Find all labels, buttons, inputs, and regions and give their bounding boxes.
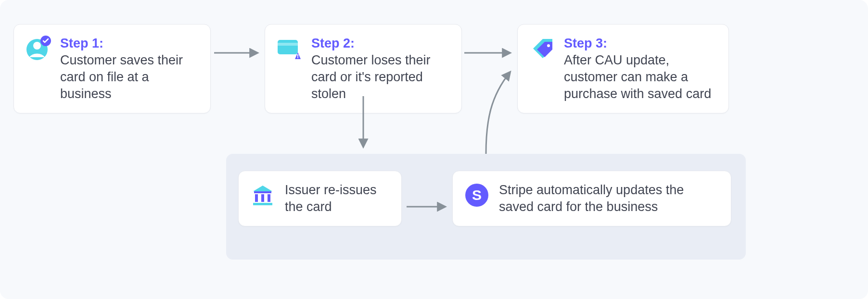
card-step-3-text: Step 3: After CAU update, customer can m… — [564, 35, 716, 102]
step-3-label: Step 3: — [564, 35, 716, 52]
svg-rect-10 — [261, 194, 264, 202]
svg-rect-9 — [255, 194, 258, 202]
svg-rect-8 — [254, 191, 271, 193]
card-step-3: Step 3: After CAU update, customer can m… — [517, 24, 729, 113]
svg-rect-11 — [268, 194, 270, 202]
purchase-tag-icon — [528, 35, 555, 62]
svg-rect-6 — [297, 57, 298, 58]
issuer-text: Issuer re-issues the card — [285, 182, 389, 215]
customer-saved-icon — [25, 35, 51, 62]
step-3-body: After CAU update, customer can make a pu… — [564, 53, 711, 101]
svg-rect-12 — [253, 203, 272, 205]
card-step-2-text: Step 2: Customer loses their card or it'… — [311, 35, 449, 102]
step-2-body: Customer loses their card or it's report… — [311, 53, 431, 101]
card-issuer: Issuer re-issues the card — [238, 171, 402, 226]
step-2-label: Step 2: — [311, 35, 449, 52]
svg-rect-3 — [278, 40, 298, 54]
step-1-body: Customer saves their card on file at a b… — [60, 53, 183, 101]
stripe-text: Stripe automatically updates the saved c… — [499, 182, 718, 215]
card-step-1-text: Step 1: Customer saves their card on fil… — [60, 35, 198, 102]
card-step-1: Step 1: Customer saves their card on fil… — [13, 24, 211, 113]
issuer-body: Issuer re-issues the card — [285, 183, 377, 214]
step-1-label: Step 1: — [60, 35, 198, 52]
diagram-canvas: Step 1: Customer saves their card on fil… — [0, 0, 868, 299]
card-step-2: Step 2: Customer loses their card or it'… — [265, 24, 462, 113]
svg-rect-5 — [297, 54, 298, 57]
stripe-body: Stripe automatically updates the saved c… — [499, 183, 684, 214]
card-stripe: S Stripe automatically updates the saved… — [452, 171, 731, 226]
svg-point-7 — [547, 44, 550, 47]
bank-icon — [249, 182, 276, 209]
svg-point-1 — [33, 42, 41, 50]
svg-text:S: S — [472, 187, 482, 203]
svg-rect-4 — [278, 43, 298, 46]
stripe-logo-icon: S — [463, 182, 490, 209]
card-lost-icon — [276, 35, 303, 62]
